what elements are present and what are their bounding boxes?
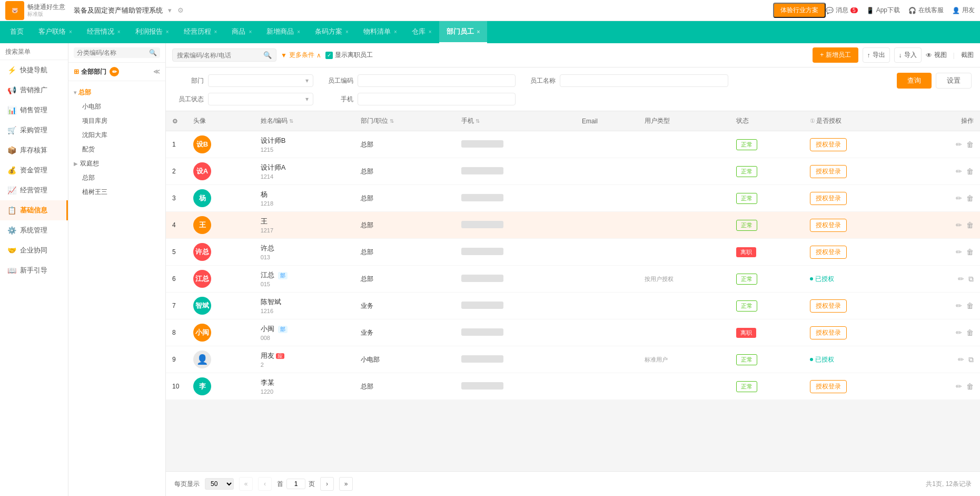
phone-input[interactable]	[358, 93, 516, 105]
auth-login-button[interactable]: 授权登录	[810, 192, 847, 205]
edit-icon[interactable]: ✏	[958, 355, 964, 364]
add-employee-button[interactable]: + 新增员工	[813, 47, 858, 63]
tree-node-project[interactable]: 项目库房	[68, 114, 165, 128]
settings-icon[interactable]: ⚙	[177, 6, 184, 14]
sidebar-item-guide[interactable]: 📖 新手引导	[0, 260, 68, 280]
first-page-button[interactable]: «	[239, 477, 253, 491]
auth-login-button[interactable]: 授权登录	[810, 246, 847, 259]
empname-input[interactable]	[560, 74, 728, 87]
auth-login-button[interactable]: 授权登录	[810, 299, 847, 313]
close-icon[interactable]: ×	[214, 29, 217, 35]
close-icon[interactable]: ×	[429, 29, 432, 35]
settings-button[interactable]: 设置	[936, 73, 972, 89]
col-name-code[interactable]: 姓名/编码 ⇅	[254, 111, 355, 131]
edit-icon[interactable]: ✏	[956, 167, 962, 176]
dept-search-input[interactable]	[77, 49, 149, 56]
next-page-button[interactable]: ›	[320, 477, 334, 491]
close-icon[interactable]: ×	[345, 29, 349, 35]
sidebar-item-basic-info[interactable]: 📋 基础信息	[0, 200, 68, 220]
tree-node-shenyang[interactable]: 沈阳大库	[68, 128, 165, 142]
tab-operation[interactable]: 经营情况 ×	[80, 21, 128, 43]
trial-button[interactable]: 体验行业方案	[773, 3, 826, 18]
tab-barcode[interactable]: 条码方案 ×	[308, 21, 356, 43]
tab-home[interactable]: 首页	[3, 21, 31, 43]
tab-goods[interactable]: 商品 ×	[224, 21, 259, 43]
close-icon[interactable]: ×	[249, 29, 252, 35]
sidebar-item-quick-nav[interactable]: ⚡ 快捷导航	[0, 60, 68, 80]
sidebar-item-finance[interactable]: 💰 资金管理	[0, 160, 68, 180]
col-phone[interactable]: 手机 ⇅	[455, 111, 576, 131]
tab-add-goods[interactable]: 新增商品 ×	[259, 21, 308, 43]
edit-icon[interactable]: ✏	[956, 140, 962, 149]
dept-search-icon[interactable]: 🔍	[149, 49, 157, 56]
last-page-button[interactable]: »	[339, 477, 353, 491]
auth-login-button[interactable]: 授权登录	[810, 326, 847, 339]
sidebar-item-business[interactable]: 📈 经营管理	[0, 180, 68, 200]
auth-login-button[interactable]: 授权登录	[810, 380, 847, 393]
more-filter-button[interactable]: ▼ 更多条件 ∧	[281, 51, 321, 60]
edit-icon[interactable]: ✏	[956, 328, 962, 337]
col-settings[interactable]: ⚙	[166, 111, 187, 131]
edit-dept-icon[interactable]: ✏	[110, 67, 119, 76]
sidebar-search-input[interactable]	[5, 48, 68, 55]
dept-select[interactable]: ▾	[208, 74, 313, 87]
toolbar-search-input[interactable]	[177, 52, 261, 59]
delete-icon[interactable]: 🗑	[966, 248, 974, 256]
tree-node-shuangting[interactable]: ▶ 双庭想	[68, 157, 165, 171]
auth-login-button[interactable]: 授权登录	[810, 219, 847, 232]
delete-icon[interactable]: 🗑	[966, 167, 974, 176]
edit-icon[interactable]: ✏	[956, 302, 962, 310]
copy-icon[interactable]: ⧉	[968, 355, 974, 364]
auth-login-button[interactable]: 授权登录	[810, 138, 847, 151]
export-button[interactable]: ↑ 导出	[863, 47, 890, 63]
delete-icon[interactable]: 🗑	[966, 221, 974, 229]
auth-login-button[interactable]: 授权登录	[810, 165, 847, 178]
sidebar-item-inventory[interactable]: 📦 库存核算	[0, 140, 68, 160]
close-icon[interactable]: ×	[477, 29, 480, 35]
delete-icon[interactable]: 🗑	[966, 302, 974, 310]
view-button[interactable]: 👁 视图	[926, 51, 947, 60]
query-button[interactable]: 查询	[897, 73, 932, 89]
delete-icon[interactable]: 🗑	[966, 140, 974, 149]
sidebar-item-marketing[interactable]: 📢 营销推广	[0, 80, 68, 100]
tab-customer[interactable]: 客户联络 ×	[31, 21, 80, 43]
tree-node-hq2[interactable]: 总部	[68, 171, 165, 185]
online-service-button[interactable]: 🎧 在线客服	[908, 6, 944, 15]
sidebar-item-collab[interactable]: 🤝 企业协同	[0, 240, 68, 260]
tab-bom[interactable]: 物料清单 ×	[356, 21, 404, 43]
tree-node-distribution[interactable]: 配货	[68, 142, 165, 157]
close-icon[interactable]: ×	[297, 29, 300, 35]
status-select[interactable]: ▾	[208, 93, 313, 105]
sidebar-item-purchase[interactable]: 🛒 采购管理	[0, 120, 68, 140]
page-number-input[interactable]	[286, 479, 305, 489]
close-icon[interactable]: ×	[117, 29, 121, 35]
tab-warehouse[interactable]: 仓库 ×	[404, 21, 439, 43]
delete-icon[interactable]: 🗑	[966, 328, 974, 337]
dropdown-icon[interactable]: ▾	[168, 6, 172, 14]
tree-node-small-elec[interactable]: 小电部	[68, 100, 165, 114]
edit-icon[interactable]: ✏	[956, 248, 962, 256]
sidebar-item-system[interactable]: ⚙️ 系统管理	[0, 220, 68, 240]
edit-icon[interactable]: ✏	[958, 275, 964, 283]
edit-icon[interactable]: ✏	[956, 221, 962, 229]
import-button[interactable]: ↓ 导入	[894, 47, 922, 63]
user-button[interactable]: 👤 用友	[952, 6, 975, 15]
show-resigned-toggle[interactable]: ✓ 显示离职员工	[325, 51, 373, 60]
tab-history[interactable]: 经营历程 ×	[176, 21, 225, 43]
empcode-input[interactable]	[358, 74, 516, 87]
message-button[interactable]: 💬 消息 5	[826, 6, 858, 15]
edit-icon[interactable]: ✏	[956, 194, 962, 202]
close-icon[interactable]: ×	[69, 29, 72, 35]
delete-icon[interactable]: 🗑	[966, 382, 974, 391]
tree-node-planting[interactable]: 植树王三	[68, 185, 165, 199]
toolbar-search-icon[interactable]: 🔍	[263, 51, 272, 59]
collapse-dept-btn[interactable]: ≪	[153, 68, 160, 75]
screenshot-button[interactable]: 截图	[961, 51, 974, 60]
col-dept-pos[interactable]: 部门/职位 ⇅	[354, 111, 455, 131]
copy-icon[interactable]: ⧉	[968, 275, 974, 284]
edit-icon[interactable]: ✏	[956, 382, 962, 391]
tab-dept-staff[interactable]: 部门员工 ×	[439, 21, 488, 43]
close-icon[interactable]: ×	[166, 29, 169, 35]
close-icon[interactable]: ×	[394, 29, 397, 35]
sidebar-item-sales[interactable]: 📊 销售管理	[0, 100, 68, 120]
